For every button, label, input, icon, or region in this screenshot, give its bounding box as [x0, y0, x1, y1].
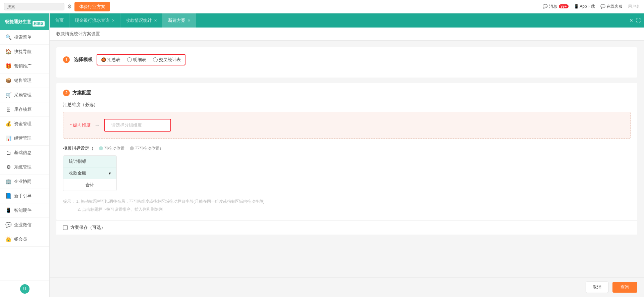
dimension-arrow-icon: →: [95, 122, 100, 128]
save-row: 方案保存（可选）: [56, 220, 637, 235]
sidebar-item-inventory[interactable]: 🗄 库存核算: [0, 102, 49, 117]
message-badge: 99+: [559, 4, 569, 8]
sidebar-label-operations: 经营管理: [14, 135, 32, 141]
no-drag-hint: 不可拖动位置）: [130, 146, 163, 151]
tab-bank-flow[interactable]: 现金银行流水查询 ✕: [69, 13, 120, 28]
radio-cross[interactable]: 交叉统计表: [153, 57, 181, 63]
sidebar-item-finance[interactable]: 💰 资金管理: [0, 117, 49, 131]
sidebar-item-sales[interactable]: 📦 销售管理: [0, 73, 49, 88]
tab-new-plan-label: 新建方案: [168, 17, 185, 23]
indicators-section: 模板指标设定（ 可拖动位置 不可拖动位置）: [63, 145, 631, 192]
step1-section: 1 选择模板 汇总表 明细表: [56, 47, 637, 78]
close-window-icon[interactable]: ✕: [629, 18, 633, 23]
sidebar-label-member: 畅会员: [14, 236, 27, 242]
sidebar-label-sales: 销售管理: [14, 78, 32, 84]
gear-icon[interactable]: ⚙: [67, 3, 72, 10]
sidebar-label-base-info: 基础信息: [14, 150, 32, 156]
indicators-table: 统计指标 收款金额 ▾ 合计: [63, 155, 117, 191]
message-label: 消息: [549, 4, 557, 9]
radio-detail-label: 明细表: [133, 57, 146, 63]
sidebar-item-guide[interactable]: 📘 新手引导: [0, 189, 49, 203]
sidebar-item-search-menu[interactable]: 🔍 搜索菜单: [0, 30, 49, 45]
tab-collection-stats-close[interactable]: ✕: [154, 18, 157, 23]
sidebar-item-smart-hw[interactable]: 📱 智能硬件: [0, 203, 49, 218]
wechat-icon: 💬: [5, 222, 11, 228]
tab-collection-stats[interactable]: 收款情况统计 ✕: [120, 13, 163, 28]
save-checkbox-label: 方案保存（可选）: [70, 225, 105, 231]
drag-hint: 可拖动位置: [99, 146, 124, 151]
purchase-icon: 🛒: [5, 92, 11, 98]
system-icon: ⚙: [5, 164, 11, 170]
radio-summary[interactable]: 汇总表: [101, 57, 120, 63]
content-area: 首页 现金银行流水查询 ✕ 收款情况统计 ✕ 新建方案 ✕ ✕ ⛶: [50, 13, 644, 297]
drag-hint-label: 可拖动位置: [104, 146, 124, 151]
tab-new-plan-close[interactable]: ✕: [187, 18, 191, 23]
step1-title: 选择模板: [74, 57, 93, 63]
tab-home[interactable]: 首页: [50, 13, 69, 28]
indicators-total-cell: 合计: [63, 179, 116, 191]
dimension-area: * 纵向维度 → 请选择分组维度: [63, 112, 631, 139]
sidebar-label-smart-hw: 智能硬件: [14, 207, 32, 213]
tab-new-plan[interactable]: 新建方案 ✕: [163, 13, 196, 28]
breadcrumb: 收款情况统计方案设置: [56, 31, 100, 36]
sidebar-item-quick-nav[interactable]: 🏠 快捷导航: [0, 45, 49, 59]
avatar[interactable]: U: [20, 284, 30, 294]
sidebar-item-operations[interactable]: 📊 经营管理: [0, 131, 49, 146]
cancel-button[interactable]: 取消: [586, 282, 608, 293]
logo-badge: 标准版: [33, 21, 45, 27]
header-search-input[interactable]: [4, 3, 64, 10]
step1-row: 1 选择模板 汇总表 明细表: [63, 54, 631, 65]
dimension-placeholder[interactable]: 请选择分组维度: [104, 119, 171, 132]
header-right: 💬 消息 99+ 📱 App下载 💬 在线客服 用户名: [543, 4, 640, 9]
dimension-sub-title: 汇总维度（必选）: [63, 102, 631, 108]
radio-detail[interactable]: 明细表: [127, 57, 146, 63]
sidebar-label-system: 系统管理: [14, 164, 32, 170]
tips-section: 提示： 1. 拖动标题栏可以调整布局，不可跨维度或指标区域拖动栏目字段(只能在同…: [63, 197, 631, 213]
sidebar-item-enterprise[interactable]: 🏢 企业协同: [0, 175, 49, 189]
sidebar-item-purchase[interactable]: 🛒 采购管理: [0, 88, 49, 102]
radio-cross-label: 交叉统计表: [159, 57, 181, 63]
tips-line2: 2. 点击标题栏下拉可设置排序、插入列和删除列: [77, 207, 162, 212]
download-link[interactable]: 📱 App下载: [574, 4, 595, 9]
inventory-icon: 🗄: [5, 107, 11, 112]
sidebar-label-finance: 资金管理: [14, 121, 32, 127]
sidebar-item-member[interactable]: 👑 畅会员: [0, 232, 49, 247]
tab-bar-right: ✕ ⛶: [629, 13, 644, 28]
trial-button[interactable]: 体验行业方案: [74, 2, 110, 11]
radio-detail-input[interactable]: [127, 57, 132, 62]
header-left: ⚙ 体验行业方案: [4, 2, 110, 11]
step2-title: 2 方案配置: [63, 90, 631, 96]
maximize-icon[interactable]: ⛶: [636, 18, 641, 23]
radio-cross-input[interactable]: [153, 57, 158, 62]
step2-section: 2 方案配置 汇总维度（必选） * 纵向维度 → 请选择分组维度: [56, 83, 637, 220]
sidebar: 畅捷通好生意 标准版 🔍 搜索菜单 🏠 快捷导航 🎁 营销推广 📦 销售管理 🛒…: [0, 13, 50, 297]
top-header: ⚙ 体验行业方案 💬 消息 99+ 📱 App下载 💬 在线客服 用户名: [0, 0, 644, 13]
indicators-col-header[interactable]: 收款金额 ▾: [63, 167, 116, 179]
sidebar-item-system[interactable]: ⚙ 系统管理: [0, 160, 49, 175]
radio-summary-label: 汇总表: [107, 57, 120, 63]
indicators-header: 模板指标设定（ 可拖动位置 不可拖动位置）: [63, 145, 631, 151]
query-button[interactable]: 查询: [612, 282, 637, 293]
sidebar-item-marketing[interactable]: 🎁 营销推广: [0, 59, 49, 73]
search-icon: 🔍: [5, 34, 11, 40]
sidebar-item-wechat[interactable]: 💬 企业微信: [0, 218, 49, 232]
step2-num: 2: [63, 90, 70, 96]
finance-icon: 💰: [5, 121, 11, 127]
home-icon: 🏠: [5, 49, 11, 55]
tips-label: 提示：: [63, 199, 75, 204]
tab-bank-flow-close[interactable]: ✕: [112, 18, 115, 23]
radio-summary-input[interactable]: [101, 57, 106, 62]
sidebar-label-enterprise: 企业协同: [14, 179, 32, 185]
sidebar-label-quick-nav: 快捷导航: [14, 49, 32, 55]
sidebar-item-base-info[interactable]: 🗂 基础信息: [0, 146, 49, 160]
save-checkbox[interactable]: [63, 225, 68, 230]
service-link[interactable]: 💬 在线客服: [600, 4, 623, 9]
chevron-down-icon[interactable]: ▾: [109, 171, 111, 176]
tips-line1: 1. 拖动标题栏可以调整布局，不可跨维度或指标区域拖动栏目字段(只能在同一维度或…: [76, 199, 264, 204]
message-icon[interactable]: 💬 消息 99+: [543, 4, 568, 9]
logo-text: 畅捷通好生意: [5, 19, 31, 25]
drag-dot-icon: [99, 146, 103, 150]
indicators-title: 模板指标设定（: [63, 145, 94, 151]
step1-num: 1: [63, 56, 70, 63]
tab-collection-stats-label: 收款情况统计: [126, 17, 152, 23]
